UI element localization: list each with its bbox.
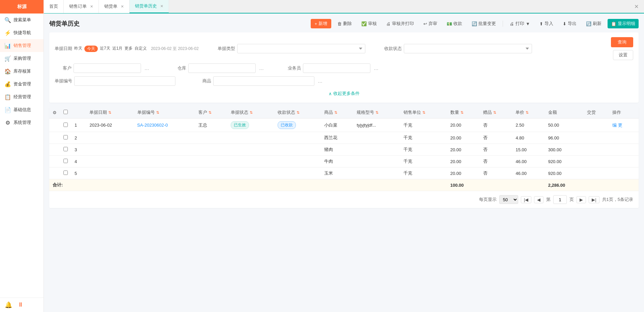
batch-change-button[interactable]: 🔄 批量变更 — [468, 19, 499, 28]
more-action-link[interactable]: 更 — [618, 123, 622, 128]
edit-action-link[interactable]: 编 — [612, 123, 617, 128]
tab-sales-history[interactable]: 销货单历史 ✕ — [130, 0, 169, 13]
date-shortcut-today[interactable]: 今天 — [84, 46, 98, 52]
query-button[interactable]: 查询 — [611, 37, 633, 47]
collect-button[interactable]: 💵 收款 — [443, 19, 466, 28]
select-all-checkbox[interactable] — [63, 110, 68, 114]
col-price[interactable]: 单价 — [512, 107, 544, 119]
col-settings[interactable]: ⚙ — [49, 107, 60, 119]
new-button[interactable]: + 新增 — [311, 19, 332, 28]
row-settings — [49, 167, 60, 179]
sort-date[interactable]: 单据日期 — [89, 109, 130, 115]
sort-docno[interactable]: 单据编号 — [137, 109, 192, 115]
collect-filter-select[interactable] — [404, 44, 532, 53]
tab-bar-close-btn[interactable]: ✕ — [629, 3, 644, 10]
settings-button[interactable]: 设置 — [613, 50, 633, 60]
review-button[interactable]: ✅ 审核 — [358, 19, 380, 28]
tab-sales-goods-close[interactable]: ✕ — [121, 4, 124, 9]
date-shortcut-1month[interactable]: 近1月 — [112, 46, 123, 52]
date-shortcut-custom[interactable]: 自定义 — [135, 46, 147, 52]
page-input[interactable] — [553, 195, 567, 204]
row-spec — [353, 132, 400, 144]
pause-icon[interactable]: ⏸ — [18, 301, 24, 309]
tab-sales-history-close[interactable]: ✕ — [160, 4, 163, 8]
row-spec — [353, 156, 400, 167]
goods-ellipsis-btn[interactable]: … — [316, 78, 324, 84]
sort-qty[interactable]: 数量 — [450, 109, 476, 115]
sidebar-item-inventory[interactable]: 🏠 库存核算 — [0, 65, 44, 78]
row-checkbox[interactable] — [63, 123, 68, 127]
review-print-button[interactable]: 🖨 审核并打印 — [383, 19, 417, 28]
abandon-button[interactable]: ↩ 弃审 — [420, 19, 441, 28]
col-spec[interactable]: 规格型号 — [353, 107, 400, 119]
row-docno — [134, 144, 195, 156]
tab-home[interactable]: 首页 — [44, 0, 64, 13]
page-prev-btn[interactable]: ◀ — [534, 196, 543, 203]
refresh-button[interactable]: 🔃 刷新 — [583, 19, 605, 28]
col-doc-status[interactable]: 单据状态 — [227, 107, 274, 119]
docno-filter-input[interactable] — [74, 76, 175, 86]
warehouse-filter-input[interactable] — [188, 63, 256, 73]
salesperson-filter-input[interactable] — [303, 63, 370, 73]
operations-icon: 📋 — [5, 94, 11, 100]
col-qty[interactable]: 数量 — [447, 107, 480, 119]
row-checkbox[interactable] — [63, 159, 68, 163]
warehouse-ellipsis-btn[interactable]: … — [258, 66, 265, 71]
col-date[interactable]: 单据日期 — [86, 107, 134, 119]
sort-collect-status[interactable]: 收款状态 — [278, 109, 318, 115]
doctype-filter-select[interactable] — [237, 44, 365, 53]
sort-unit[interactable]: 销售单位 — [403, 109, 444, 115]
date-shortcut-yesterday[interactable]: 昨天 — [74, 46, 82, 52]
export-button[interactable]: ⬇ 导出 — [559, 19, 580, 28]
col-collect-status[interactable]: 收款状态 — [274, 107, 321, 119]
sidebar-item-purchase-mgmt[interactable]: 🛒 采购管理 — [0, 52, 44, 65]
delete-button[interactable]: 🗑 删除 — [334, 19, 355, 28]
sort-doc-status[interactable]: 单据状态 — [231, 109, 271, 115]
tab-sales-order[interactable]: 销售订单 ✕ — [64, 0, 99, 13]
col-docno[interactable]: 单据编号 — [134, 107, 195, 119]
row-checkbox[interactable] — [63, 147, 68, 151]
notification-icon[interactable]: 🔔 — [5, 301, 12, 309]
sort-goods[interactable]: 商品 — [324, 109, 350, 115]
sort-customer[interactable]: 客户 — [198, 109, 224, 115]
review-icon: ✅ — [361, 21, 367, 26]
sidebar-item-sales-mgmt[interactable]: 📊 销售管理 — [0, 39, 44, 52]
import-icon: ⬆ — [539, 21, 543, 26]
collapse-arrow-icon: ∧ — [329, 91, 332, 96]
tab-sales-order-close[interactable]: ✕ — [90, 4, 93, 9]
sort-price[interactable]: 单价 — [515, 109, 541, 115]
col-goods[interactable]: 商品 — [321, 107, 353, 119]
salesperson-ellipsis-btn[interactable]: … — [372, 66, 380, 71]
sidebar-item-basic-info[interactable]: 📄 基础信息 — [0, 103, 44, 116]
row-checkbox[interactable] — [63, 135, 68, 139]
date-shortcut-more[interactable]: 更多 — [124, 46, 133, 52]
tab-sales-goods[interactable]: 销货单 ✕ — [99, 0, 130, 13]
page-content: 销货单历史 + 新增 🗑 删除 ✅ 审核 🖨 — [44, 14, 644, 312]
sidebar-item-quick-nav[interactable]: ⚡ 快捷导航 — [0, 26, 44, 39]
date-shortcut-7days[interactable]: 近7天 — [100, 46, 110, 52]
page-size-select[interactable]: 50 20 100 — [499, 195, 518, 204]
row-checkbox[interactable] — [63, 171, 68, 175]
col-trade: 交货 — [584, 107, 609, 119]
col-customer[interactable]: 客户 — [195, 107, 227, 119]
display-detail-button[interactable]: 📋 显示明细 — [608, 19, 639, 28]
customer-ellipsis-btn[interactable]: … — [143, 66, 150, 71]
row-no: 5 — [71, 167, 86, 179]
page-next-btn[interactable]: ▶ — [577, 196, 586, 203]
import-button[interactable]: ⬆ 导入 — [536, 19, 557, 28]
sidebar-item-operations[interactable]: 📋 经营管理 — [0, 90, 44, 103]
page-last-btn[interactable]: ▶| — [589, 196, 599, 203]
col-gift[interactable]: 赠品 — [480, 107, 512, 119]
abandon-icon: ↩ — [423, 21, 427, 26]
col-unit[interactable]: 销售单位 — [400, 107, 447, 119]
sidebar-item-search-menu[interactable]: 🔍 搜索菜单 — [0, 14, 44, 26]
page-first-btn[interactable]: |◀ — [521, 196, 531, 203]
sidebar-item-system-mgmt[interactable]: ⚙ 系统管理 — [0, 116, 44, 129]
sort-gift[interactable]: 赠品 — [483, 109, 509, 115]
customer-filter-input[interactable] — [74, 63, 141, 73]
collapse-filter-btn[interactable]: ∧ 收起更多条件 — [326, 89, 362, 98]
print-button[interactable]: 🖨 打印 ▼ — [506, 19, 533, 28]
sidebar-item-finance[interactable]: 💰 资金管理 — [0, 78, 44, 90]
goods-filter-input[interactable] — [213, 76, 314, 86]
sort-spec[interactable]: 规格型号 — [357, 109, 397, 115]
